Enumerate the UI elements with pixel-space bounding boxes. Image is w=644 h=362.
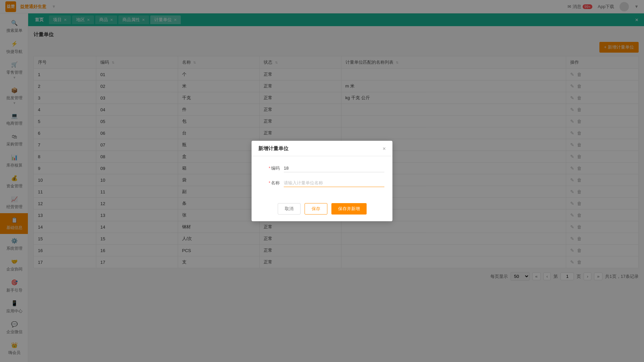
add-unit-modal: 新增计量单位 × *编码 *名称 取消 保存 保存并新增	[252, 141, 392, 221]
save-button[interactable]: 保存	[305, 203, 327, 215]
name-label: *名称	[260, 180, 280, 186]
code-input[interactable]	[284, 164, 384, 172]
modal-header: 新增计量单位 ×	[252, 141, 392, 156]
code-form-row: *编码	[260, 164, 384, 172]
code-required-mark: *	[269, 166, 270, 171]
name-required-mark: *	[269, 180, 270, 185]
modal-close-button[interactable]: ×	[383, 146, 386, 152]
modal-title: 新增计量单位	[258, 145, 288, 152]
modal-body: *编码 *名称	[252, 156, 392, 199]
cancel-button[interactable]: 取消	[278, 203, 301, 215]
name-form-row: *名称	[260, 179, 384, 187]
code-label: *编码	[260, 165, 280, 171]
name-input[interactable]	[284, 179, 384, 187]
modal-overlay: 新增计量单位 × *编码 *名称 取消 保存 保存并新增	[0, 0, 644, 362]
save-and-new-button[interactable]: 保存并新增	[331, 203, 367, 215]
modal-footer: 取消 保存 保存并新增	[252, 199, 392, 221]
